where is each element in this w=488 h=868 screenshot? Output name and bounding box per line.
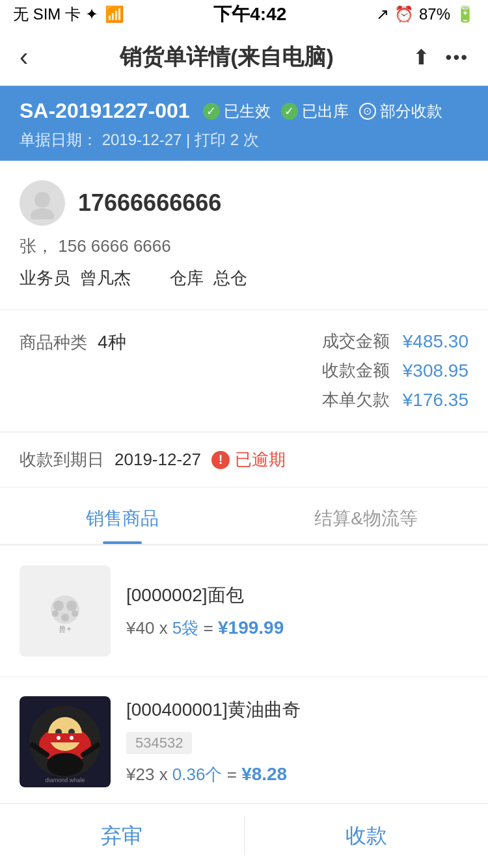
due-date-value: 2019-12-27 (115, 450, 201, 470)
customer-id: 17666666666 (78, 189, 221, 217)
order-number: SA-20191227-001 (20, 99, 190, 123)
status-effective: 已生效 (224, 101, 271, 122)
product-code-2: [000400001] (126, 699, 228, 720)
amount-row: 成交金额 ¥485.30 (322, 330, 468, 353)
customer-phone: 156 6666 6666 (58, 236, 171, 256)
warehouse-group: 仓库 总仓 (170, 267, 247, 290)
svg-point-5 (52, 610, 59, 617)
customer-section: 17666666666 张， 156 6666 6666 业务员 曾凡杰 仓库 … (0, 161, 488, 309)
back-button[interactable]: ‹ (20, 42, 41, 72)
tab-settlement[interactable]: 结算&物流等 (244, 488, 488, 544)
page-title: 销货单详情(来自电脑) (41, 42, 412, 72)
product-item-2: diamond whale [000400001]黄油曲奇 534532 ¥23… (0, 677, 488, 807)
status-right: ↗ ⏰ 87% 🔋 (376, 5, 475, 23)
product-image-2: diamond whale (20, 696, 111, 787)
summary-section: 商品种类 4种 成交金额 ¥485.30 收款金额 ¥308.95 本单欠款 ¥… (0, 310, 488, 431)
order-date-line: 单据日期： 2019-12-27 | 打印 2 次 (20, 129, 468, 150)
nav-bar: ‹ 销货单详情(来自电脑) ⬆ ••• (0, 29, 488, 86)
location-icon: ↗ (376, 5, 389, 23)
debt-label: 本单欠款 (322, 388, 390, 411)
order-date: 2019-12-27 (102, 131, 182, 148)
product-name-2: [000400001]黄油曲奇 (126, 698, 468, 722)
svg-point-3 (53, 601, 64, 611)
qty-1: 5袋 (172, 618, 198, 638)
product-item: 兽+ [0000002]面包 ¥40 x 5袋 = ¥199.99 (0, 546, 488, 677)
amount-group: 成交金额 ¥485.30 收款金额 ¥308.95 本单欠款 ¥176.35 (322, 330, 468, 411)
svg-point-16 (57, 736, 61, 740)
svg-point-17 (70, 736, 74, 740)
svg-text:兽+: 兽+ (59, 625, 71, 634)
debt-value: ¥176.35 (403, 390, 468, 411)
product-name-1: [0000002]面包 (126, 583, 468, 608)
sales-rep-group: 业务员 曾凡杰 (20, 267, 131, 290)
qty-2: 0.36个 (172, 765, 223, 784)
separator: | (186, 131, 195, 148)
equals-2: = (227, 765, 241, 784)
sales-rep-label: 业务员 (20, 268, 70, 288)
customer-phone-line: 张， 156 6666 6666 (20, 235, 468, 258)
status-left: 无 SIM 卡 ✦ 📶 (13, 4, 124, 25)
amount-label: 成交金额 (322, 330, 390, 353)
product-title-1: 面包 (208, 585, 244, 605)
nav-actions: ⬆ ••• (413, 45, 468, 70)
overdue-icon: ! (211, 451, 230, 469)
received-row: 收款金额 ¥308.95 (322, 359, 468, 382)
total-1: ¥199.99 (218, 617, 284, 638)
total-2: ¥8.28 (241, 764, 287, 784)
product-batch-2: 534532 (126, 732, 192, 754)
wifi-icon: 📶 (105, 5, 124, 23)
svg-rect-15 (48, 733, 82, 742)
product-price-2: ¥23 x 0.36个 = ¥8.28 (126, 763, 468, 786)
warehouse-value: 总仓 (213, 268, 247, 288)
date-label: 单据日期： (20, 131, 98, 148)
due-label: 收款到期日 (20, 448, 104, 471)
category-count: 4种 (98, 330, 126, 355)
due-section: 收款到期日 2019-12-27 ! 已逾期 (0, 432, 488, 487)
warehouse-label: 仓库 (170, 268, 204, 288)
share-icon[interactable]: ⬆ (413, 45, 430, 70)
battery-label: 87% (419, 5, 450, 23)
tab-sales-products[interactable]: 销售商品 (0, 488, 244, 544)
products-section: 兽+ [0000002]面包 ¥40 x 5袋 = ¥199.99 (0, 546, 488, 807)
multiply-1: x (159, 618, 172, 638)
product-code-1: [0000002] (126, 585, 208, 605)
svg-point-18 (47, 753, 83, 776)
product-title-2: 黄油曲奇 (228, 699, 301, 720)
svg-point-0 (34, 192, 50, 208)
clock-icon: ⊙ (359, 103, 376, 120)
status-bar: 无 SIM 卡 ✦ 📶 下午4:42 ↗ ⏰ 87% 🔋 (0, 0, 488, 29)
multiply-2: x (159, 765, 172, 784)
bottom-bar: 弃审 收款 (0, 803, 488, 868)
status-shipped: 已出库 (302, 101, 349, 122)
overdue-text: 已逾期 (235, 448, 286, 471)
print-count: 2 (230, 131, 239, 148)
alarm-icon: ⏰ (394, 5, 414, 23)
check-icon-2: ✓ (281, 103, 298, 120)
svg-text:diamond whale: diamond whale (46, 777, 85, 783)
amount-value: ¥485.30 (403, 331, 468, 352)
debt-row: 本单欠款 ¥176.35 (322, 388, 468, 411)
header-banner: SA-20191227-001 ✓ 已生效 ✓ 已出库 ⊙ 部分收款 单据日期：… (0, 86, 488, 161)
unit-price-1: ¥40 (126, 618, 154, 638)
more-icon[interactable]: ••• (446, 47, 468, 68)
print-label: 打印 (195, 131, 226, 148)
category-label: 商品种类 (20, 331, 87, 354)
customer-meta: 业务员 曾凡杰 仓库 总仓 (20, 267, 468, 290)
print-unit: 次 (243, 131, 259, 148)
svg-point-7 (72, 610, 78, 617)
customer-surname: 张 (20, 236, 36, 256)
svg-point-1 (31, 208, 54, 219)
product-image-1: 兽+ (20, 565, 111, 657)
badge-effective: ✓ 已生效 (203, 101, 271, 122)
tabs-section: 销售商品 结算&物流等 (0, 488, 488, 545)
sim-label: 无 SIM 卡 ✦ (13, 4, 98, 25)
cancel-button[interactable]: 弃审 (0, 804, 244, 868)
svg-point-6 (61, 614, 69, 621)
unit-price-2: ¥23 (126, 765, 154, 784)
product-price-1: ¥40 x 5袋 = ¥199.99 (126, 617, 468, 640)
product-info-2: [000400001]黄油曲奇 534532 ¥23 x 0.36个 = ¥8.… (126, 696, 468, 787)
received-value: ¥308.95 (403, 360, 468, 381)
badge-shipped: ✓ 已出库 (281, 101, 349, 122)
confirm-button[interactable]: 收款 (245, 804, 489, 868)
status-partial: 部分收款 (380, 101, 442, 122)
